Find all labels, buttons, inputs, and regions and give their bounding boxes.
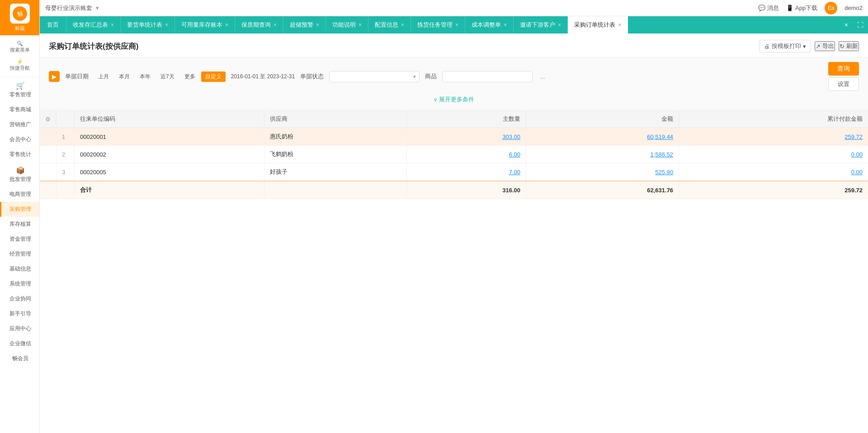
col-settings[interactable]: ⚙: [40, 110, 57, 128]
row-vendor-code-cell: 00020005: [75, 163, 264, 181]
table-row[interactable]: 1 00020001 惠氏奶粉 303.00 60,519.44 259.72: [40, 128, 868, 146]
sidebar-item-retail[interactable]: 🛒 零售管理: [0, 77, 39, 102]
date-btn-last-month[interactable]: 上月: [94, 71, 113, 82]
tab-purchase-stats[interactable]: 采购订单统计表 ×: [568, 16, 628, 33]
tab-home[interactable]: 首页: [40, 16, 66, 33]
col-vendor-code: 往来单位编码: [75, 110, 264, 128]
tab-feature-close[interactable]: ×: [359, 22, 362, 28]
tab-overstock[interactable]: 超储预警 ×: [283, 16, 326, 33]
tab-close-current[interactable]: ×: [840, 16, 853, 33]
sidebar-item-quicknav-label: 快捷导航: [10, 65, 30, 71]
date-btn-more[interactable]: 更多: [180, 71, 199, 82]
quicknav-icon: ⚡: [17, 59, 23, 65]
user-name[interactable]: demo2: [844, 5, 863, 11]
filter-toggle-button[interactable]: ▶: [49, 71, 60, 82]
row-qty-link[interactable]: 7.00: [509, 169, 520, 176]
query-button[interactable]: 查询: [828, 62, 859, 76]
tab-pick-task-close[interactable]: ×: [455, 22, 458, 28]
topbar-dropdown-icon[interactable]: ▾: [96, 5, 99, 11]
sidebar-item-wechat[interactable]: 企业微信: [0, 336, 39, 351]
tab-config[interactable]: 配置信息 ×: [368, 16, 411, 33]
goods-input[interactable]: [442, 71, 533, 82]
sidebar-item-search[interactable]: 🔍 搜索英单: [0, 38, 39, 56]
tab-invite[interactable]: 邀请下游客户 ×: [514, 16, 568, 33]
tab-invite-close[interactable]: ×: [558, 22, 561, 28]
sidebar-item-system-label: 系统管理: [9, 280, 31, 288]
tab-order-stats-close[interactable]: ×: [165, 22, 168, 28]
tab-pick-task[interactable]: 拣货任务管理 ×: [411, 16, 465, 33]
date-btn-custom[interactable]: 自定义: [201, 71, 226, 82]
sidebar-item-enterprise[interactable]: 企业协同: [0, 291, 39, 306]
row-qty-link[interactable]: 303.00: [502, 133, 520, 140]
settings-button[interactable]: 设置: [828, 77, 859, 91]
sidebar-item-marketing[interactable]: 营销推广: [0, 117, 39, 132]
tab-cost-adj-close[interactable]: ×: [504, 22, 507, 28]
sidebar-item-ecommerce[interactable]: 电商管理: [0, 187, 39, 202]
sidebar-item-quicknav[interactable]: ⚡ 快捷导航: [0, 56, 39, 74]
tab-receive-summary[interactable]: 收发存汇总表 ×: [66, 16, 121, 33]
row-paid-cell: 0.00: [679, 163, 868, 181]
message-button[interactable]: 💬 消息: [758, 4, 779, 12]
row-vendor-name-cell: 好孩子: [264, 163, 406, 181]
status-select-wrap: [329, 71, 420, 82]
table-body: 1 00020001 惠氏奶粉 303.00 60,519.44 259.72 …: [40, 128, 868, 181]
table-row[interactable]: 2 00020002 飞鹤奶粉 6.00 1,586.52 0.00: [40, 146, 868, 163]
tab-cost-adj[interactable]: 成本调整单 ×: [465, 16, 514, 33]
row-paid-link[interactable]: 0.00: [851, 169, 863, 176]
content: 采购订单统计表(按供应商) 🖨 按模板打印 ▾ ↗ 导出 ↻ 刷新: [40, 33, 868, 433]
logo[interactable]: 畅 标题: [0, 0, 39, 35]
tab-invite-label: 邀请下游客户: [520, 21, 555, 29]
user-initials: Ea: [828, 5, 835, 11]
topbar-left: 母婴行业演示账套 ▾: [45, 4, 99, 12]
print-button[interactable]: 🖨 按模板打印 ▾: [759, 40, 811, 52]
sidebar-item-purchase[interactable]: 采购管理: [0, 202, 39, 217]
tab-order-stats[interactable]: 要货单统计表 ×: [121, 16, 175, 33]
tab-inventory-ledger-close[interactable]: ×: [225, 22, 228, 28]
tab-inventory-ledger[interactable]: 可用量库存账本 ×: [175, 16, 235, 33]
sidebar-item-newbie[interactable]: 新手引导: [0, 306, 39, 321]
sidebar-item-basic[interactable]: 基础信息: [0, 262, 39, 276]
row-index-cell: 1: [57, 128, 75, 146]
footer-label: 合计: [80, 186, 92, 193]
user-avatar[interactable]: Ea: [825, 2, 837, 14]
svg-text:畅: 畅: [17, 10, 23, 17]
app-download-button[interactable]: 📱 App下载: [786, 4, 817, 12]
tab-expiry-close[interactable]: ×: [274, 22, 277, 28]
table-row[interactable]: 3 00020005 好孩子 7.00 525.80 0.00: [40, 163, 868, 181]
tab-home-label: 首页: [47, 21, 59, 29]
status-select[interactable]: [329, 71, 420, 82]
row-qty-link[interactable]: 6.00: [509, 151, 520, 158]
sidebar-item-operations[interactable]: 经营管理: [0, 247, 39, 262]
sidebar-item-inventory[interactable]: 库存核算: [0, 217, 39, 232]
sidebar-item-retail-stats[interactable]: 零售统计: [0, 147, 39, 162]
refresh-button[interactable]: ↻ 刷新: [839, 41, 859, 51]
sidebar-item-wholesale[interactable]: 📦 批发管理: [0, 162, 39, 187]
sidebar-item-appcenter[interactable]: 应用中心: [0, 321, 39, 336]
tab-receive-summary-close[interactable]: ×: [111, 22, 114, 28]
export-button[interactable]: ↗ 导出: [815, 41, 835, 51]
sidebar-item-system[interactable]: 系统管理: [0, 276, 39, 291]
row-paid-link[interactable]: 259.72: [844, 133, 863, 140]
sidebar-item-member[interactable]: 会员中心: [0, 132, 39, 147]
tab-feature[interactable]: 功能说明 ×: [326, 16, 368, 33]
sidebar-item-finance[interactable]: 资金管理: [0, 232, 39, 247]
date-btn-7days[interactable]: 近7天: [156, 71, 179, 82]
sidebar-item-appcenter-label: 应用中心: [9, 325, 31, 333]
row-amount-link[interactable]: 1,586.52: [651, 151, 674, 158]
tab-config-close[interactable]: ×: [401, 22, 404, 28]
filter-more-options-icon[interactable]: ...: [538, 71, 547, 82]
date-btn-this-month[interactable]: 本月: [115, 71, 134, 82]
tab-expiry[interactable]: 保质期查询 ×: [235, 16, 283, 33]
sidebar-item-retail-shop[interactable]: 零售商城: [0, 102, 39, 117]
tab-maximize[interactable]: ⛶: [853, 16, 868, 33]
row-paid-link[interactable]: 0.00: [851, 151, 863, 158]
row-amount-link[interactable]: 525.80: [655, 169, 673, 176]
tab-purchase-stats-close[interactable]: ×: [618, 22, 621, 28]
row-amount-link[interactable]: 60,519.44: [647, 133, 673, 140]
sidebar-item-member2[interactable]: 畅会员: [0, 351, 39, 366]
tab-purchase-stats-label: 采购订单统计表: [574, 21, 615, 29]
print-dropdown-icon[interactable]: ▾: [803, 43, 806, 50]
expand-filter-button[interactable]: ∨ 展开更多条件: [49, 94, 859, 105]
date-btn-this-year[interactable]: 本年: [136, 71, 155, 82]
tab-overstock-close[interactable]: ×: [316, 22, 319, 28]
